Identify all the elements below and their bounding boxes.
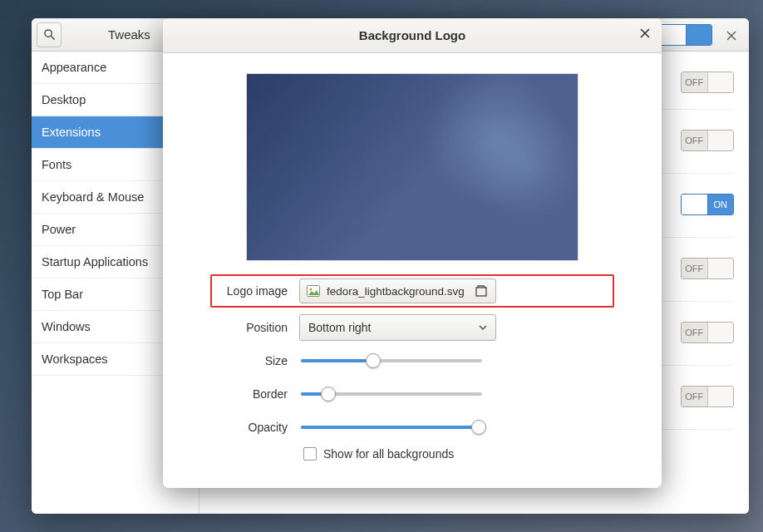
sidebar-item-label: Extensions	[42, 126, 101, 139]
logo-image-row: Logo image fedora_lightbackground.svg	[210, 274, 614, 308]
sidebar-item-label: Appearance	[42, 61, 106, 74]
extensions-master-toggle[interactable]	[659, 24, 712, 46]
sidebar-item-label: Power	[42, 223, 76, 236]
size-slider[interactable]	[301, 352, 482, 369]
sidebar-item-label: Top Bar	[42, 288, 83, 301]
dialog-header: Background Logo	[163, 18, 662, 53]
opacity-row: Opacity	[217, 411, 608, 444]
close-icon	[726, 31, 736, 41]
border-label: Border	[217, 387, 288, 401]
position-label: Position	[217, 321, 288, 334]
position-row: Position Bottom right	[217, 311, 608, 344]
toggle-label: OFF	[682, 259, 707, 278]
slider-thumb[interactable]	[366, 353, 381, 368]
show-all-checkbox[interactable]	[303, 447, 317, 461]
extension-toggle[interactable]: OFF	[681, 322, 734, 343]
toggle-label: OFF	[682, 131, 707, 150]
size-row: Size	[217, 344, 608, 377]
show-all-row: Show for all backgrounds	[303, 447, 608, 461]
opacity-label: Opacity	[217, 421, 288, 434]
wallpaper-preview	[246, 73, 578, 261]
toggle-label: OFF	[682, 387, 707, 406]
opacity-slider[interactable]	[301, 419, 482, 436]
window-close-button[interactable]	[722, 27, 741, 45]
extension-toggle[interactable]: OFF	[681, 130, 734, 151]
toggle-label: ON	[708, 195, 734, 214]
svg-point-7	[310, 288, 313, 291]
sidebar-item-label: Startup Applications	[42, 255, 148, 268]
sidebar-item-label: Fonts	[42, 158, 71, 171]
svg-rect-8	[476, 288, 486, 296]
extension-toggle[interactable]: ON	[681, 194, 734, 215]
dialog-close-button[interactable]	[640, 28, 650, 38]
logo-image-filename: fedora_lightbackground.svg	[327, 285, 469, 298]
background-logo-dialog: Background Logo Logo image fedora_lightb…	[163, 18, 662, 488]
border-slider[interactable]	[301, 386, 482, 402]
slider-thumb[interactable]	[471, 420, 486, 435]
position-combobox[interactable]: Bottom right	[299, 314, 496, 341]
logo-image-file-chooser[interactable]: fedora_lightbackground.svg	[299, 278, 496, 303]
sidebar-item-label: Workspaces	[42, 352, 108, 366]
position-value: Bottom right	[308, 321, 371, 334]
show-all-label: Show for all backgrounds	[323, 447, 454, 461]
size-label: Size	[217, 354, 288, 367]
svg-line-1	[51, 37, 54, 40]
extension-toggle[interactable]: OFF	[681, 386, 734, 407]
search-icon	[43, 28, 56, 41]
chevron-down-icon	[479, 325, 487, 330]
dialog-form: Logo image fedora_lightbackground.svg Po…	[217, 279, 608, 461]
sidebar-item-label: Desktop	[42, 93, 86, 106]
open-file-icon	[475, 285, 489, 297]
sidebar-item-label: Windows	[42, 320, 91, 333]
toggle-label: OFF	[682, 72, 707, 92]
toggle-label: OFF	[682, 323, 707, 342]
dialog-body: Logo image fedora_lightbackground.svg Po…	[163, 53, 662, 488]
sidebar-item-label: Keyboard & Mouse	[42, 190, 144, 204]
extension-toggle[interactable]: OFF	[681, 258, 734, 279]
dialog-title: Background Logo	[359, 28, 465, 42]
slider-thumb[interactable]	[321, 387, 336, 401]
close-icon	[640, 28, 650, 38]
search-button[interactable]	[37, 22, 62, 47]
border-row: Border	[217, 377, 608, 411]
logo-image-label: Logo image	[217, 284, 288, 298]
extension-toggle[interactable]: OFF	[681, 71, 734, 93]
image-file-icon	[307, 285, 320, 297]
